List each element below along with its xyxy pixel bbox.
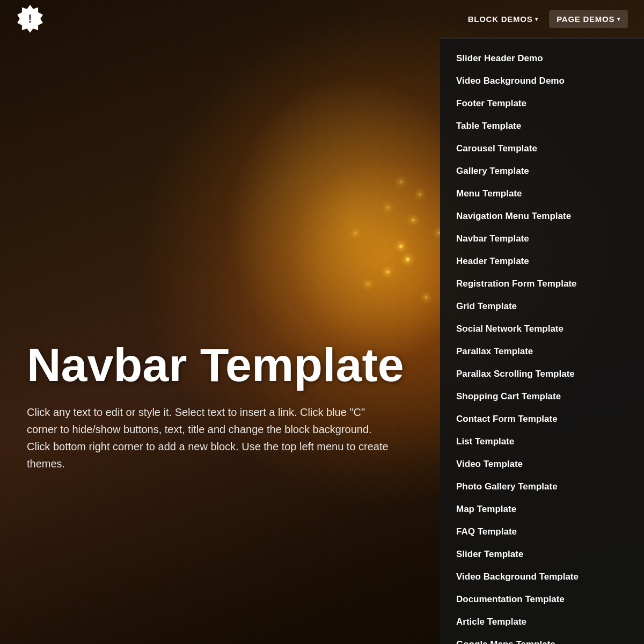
menu-item-map-template[interactable]: Map Template [440,498,644,521]
menu-item-navigation-menu-template[interactable]: Navigation Menu Template [440,205,644,228]
menu-item-shopping-cart-template[interactable]: Shopping Cart Template [440,385,644,408]
block-demos-button[interactable]: BLOCK DEMOS ▾ [460,10,546,28]
hero-content: Navbar Template Click any text to edit o… [27,341,404,472]
menu-item-header-template[interactable]: Header Template [440,250,644,273]
nav-links: BLOCK DEMOS ▾ PAGE DEMOS ▾ [460,10,628,28]
menu-item-faq-template[interactable]: FAQ Template [440,521,644,543]
page-demos-dropdown: Slider Header Demo Video Background Demo… [440,38,644,644]
menu-item-slider-header-demo[interactable]: Slider Header Demo [440,47,644,70]
logo-icon: ! [28,12,32,26]
menu-item-social-network-template[interactable]: Social Network Template [440,318,644,340]
menu-item-gallery-template[interactable]: Gallery Template [440,160,644,182]
menu-item-documentation-template[interactable]: Documentation Template [440,588,644,611]
menu-item-navbar-template[interactable]: Navbar Template [440,228,644,250]
menu-item-carousel-template[interactable]: Carousel Template [440,137,644,160]
hero-description[interactable]: Click any text to edit or style it. Sele… [27,404,392,472]
menu-item-video-background-demo[interactable]: Video Background Demo [440,70,644,92]
chevron-down-icon: ▾ [617,16,620,22]
navbar: ! BLOCK DEMOS ▾ PAGE DEMOS ▾ [0,0,644,38]
menu-item-contact-form-template[interactable]: Contact Form Template [440,408,644,430]
hero-title[interactable]: Navbar Template [27,341,404,389]
menu-item-article-template[interactable]: Article Template [440,611,644,633]
page-demos-button[interactable]: PAGE DEMOS ▾ [549,10,628,28]
menu-item-google-maps-template[interactable]: Google Maps Template [440,633,644,644]
menu-item-parallax-scrolling-template[interactable]: Parallax Scrolling Template [440,363,644,385]
menu-item-menu-template[interactable]: Menu Template [440,182,644,205]
menu-item-parallax-template[interactable]: Parallax Template [440,340,644,363]
menu-item-table-template[interactable]: Table Template [440,115,644,137]
menu-item-registration-form-template[interactable]: Registration Form Template [440,273,644,295]
menu-item-grid-template[interactable]: Grid Template [440,295,644,318]
menu-item-video-background-template[interactable]: Video Background Template [440,566,644,588]
menu-item-slider-template[interactable]: Slider Template [440,543,644,566]
logo-badge[interactable]: ! [16,5,44,33]
menu-item-video-template[interactable]: Video Template [440,453,644,475]
menu-item-photo-gallery-template[interactable]: Photo Gallery Template [440,475,644,498]
menu-item-footer-template[interactable]: Footer Template [440,92,644,115]
chevron-down-icon: ▾ [535,16,538,22]
menu-item-list-template[interactable]: List Template [440,430,644,453]
